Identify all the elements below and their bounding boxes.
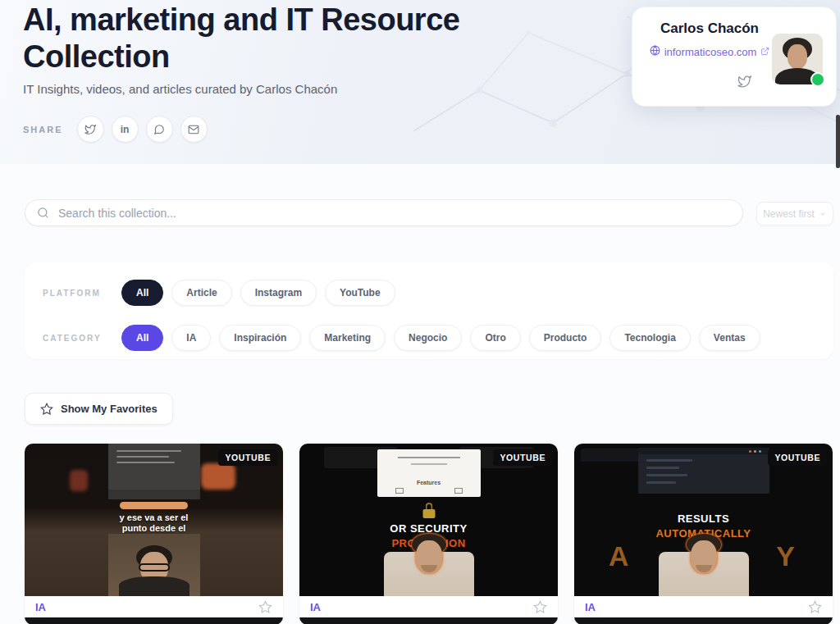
twitter-icon xyxy=(737,77,751,91)
curator-profile-card: Carlos Chacón informaticoseo.com xyxy=(632,7,837,107)
search-input[interactable] xyxy=(57,206,731,221)
page-title: AI, marketing and IT Resource Collection xyxy=(23,2,548,75)
resource-card[interactable]: Features OR SECURITY PROTECTION YOUTUBE xyxy=(299,444,558,624)
mail-icon xyxy=(188,124,199,135)
card-category-tag[interactable]: IA xyxy=(35,601,46,613)
platform-badge: YOUTUBE xyxy=(768,449,827,466)
twitter-icon xyxy=(84,124,96,135)
video-caption: y ese va a ser el punto desde el xyxy=(108,512,200,534)
share-email-button[interactable] xyxy=(180,116,208,143)
screenshot-inset xyxy=(638,448,769,494)
curator-website-link[interactable]: informaticoseo.com xyxy=(647,45,772,58)
curator-website-text: informaticoseo.com xyxy=(664,46,757,58)
external-link-icon xyxy=(760,46,769,58)
resource-card[interactable]: RESULTS AUTOMATICALLY A Y YOUTUBE IA xyxy=(574,444,833,624)
category-pill-producto[interactable]: Producto xyxy=(529,325,602,351)
card-title-area-cutoff xyxy=(574,617,833,624)
category-filter-row: CATEGORY All IA Inspiración Marketing Ne… xyxy=(43,325,815,351)
decorative-letter: A xyxy=(609,540,629,572)
sort-value: Newest first xyxy=(763,208,815,220)
sort-dropdown[interactable]: Newest first xyxy=(756,202,833,225)
search-bar xyxy=(25,199,743,226)
orange-button-shape xyxy=(120,502,188,509)
search-icon xyxy=(37,207,49,219)
show-favorites-label: Show My Favorites xyxy=(61,403,158,415)
presenter-illustration xyxy=(659,552,749,596)
video-caption-line: OR SECURITY xyxy=(299,522,558,535)
favorite-star-button[interactable] xyxy=(533,600,547,614)
globe-icon xyxy=(650,45,660,58)
card-title-area-cutoff xyxy=(299,617,558,624)
category-pill-inspiracion[interactable]: Inspiración xyxy=(219,325,301,351)
category-label: CATEGORY xyxy=(43,334,113,343)
share-comment-button[interactable] xyxy=(146,116,173,143)
online-status-dot xyxy=(810,72,825,87)
category-pill-otro[interactable]: Otro xyxy=(470,325,520,351)
favorite-star-button[interactable] xyxy=(258,600,272,614)
share-linkedin-button[interactable]: in xyxy=(112,116,139,143)
page: AI, marketing and IT Resource Collection… xyxy=(0,0,840,624)
platform-badge: YOUTUBE xyxy=(218,449,277,466)
curator-name: Carlos Chacón xyxy=(647,20,772,37)
video-thumbnail[interactable]: Features OR SECURITY PROTECTION YOUTUBE xyxy=(299,444,558,596)
resource-card-grid: y ese va a ser el punto desde el YOUTUBE… xyxy=(25,444,833,624)
card-footer: IA xyxy=(574,596,833,617)
platform-badge: YOUTUBE xyxy=(493,449,552,466)
comment-icon xyxy=(153,124,165,135)
platform-pill-article[interactable]: Article xyxy=(171,280,231,306)
video-thumbnail[interactable]: y ese va a ser el punto desde el YOUTUBE xyxy=(25,444,283,596)
page-subtitle: IT Insights, videos, and articles curate… xyxy=(23,82,337,96)
video-thumbnail[interactable]: RESULTS AUTOMATICALLY A Y YOUTUBE xyxy=(574,444,833,596)
platform-pill-all[interactable]: All xyxy=(121,280,163,306)
resource-card[interactable]: y ese va a ser el punto desde el YOUTUBE… xyxy=(25,444,283,624)
card-footer: IA xyxy=(25,596,283,617)
category-pill-ia[interactable]: IA xyxy=(171,325,211,351)
share-label: SHARE xyxy=(23,125,63,134)
card-category-tag[interactable]: IA xyxy=(585,601,596,613)
category-pill-all[interactable]: All xyxy=(121,325,163,351)
share-row: SHARE in xyxy=(23,116,208,143)
platform-pill-instagram[interactable]: Instagram xyxy=(240,280,317,306)
platform-filter-row: PLATFORM All Article Instagram YouTube xyxy=(43,280,815,306)
platform-label: PLATFORM xyxy=(43,289,113,298)
card-category-tag[interactable]: IA xyxy=(310,601,321,613)
curator-twitter-link[interactable] xyxy=(737,75,751,92)
category-pill-negocio[interactable]: Negocio xyxy=(394,325,462,351)
category-pill-tecnologia[interactable]: Tecnologia xyxy=(609,325,690,351)
screenshot-inset: Features xyxy=(377,449,481,497)
scrollbar-thumb[interactable] xyxy=(836,115,840,168)
phone-screen-capture: y ese va a ser el punto desde el xyxy=(108,444,200,596)
video-caption-line: RESULTS xyxy=(574,512,833,525)
platform-pill-youtube[interactable]: YouTube xyxy=(325,280,395,306)
card-footer: IA xyxy=(299,596,558,617)
presenter-illustration xyxy=(384,552,474,596)
share-twitter-button[interactable] xyxy=(77,116,104,143)
curator-avatar xyxy=(772,34,823,84)
presenter-illustration xyxy=(108,534,200,596)
category-pill-marketing[interactable]: Marketing xyxy=(309,325,386,351)
chevron-down-icon xyxy=(819,210,827,218)
card-title-area-cutoff xyxy=(25,617,283,624)
star-icon xyxy=(40,403,53,416)
decorative-letter: Y xyxy=(776,540,795,572)
show-favorites-button[interactable]: Show My Favorites xyxy=(25,393,173,425)
category-pill-ventas[interactable]: Ventas xyxy=(699,325,760,351)
screenshot-label: Features xyxy=(377,480,481,485)
filter-panel: PLATFORM All Article Instagram YouTube C… xyxy=(25,262,833,359)
favorite-star-button[interactable] xyxy=(808,600,822,614)
linkedin-icon: in xyxy=(121,125,130,134)
